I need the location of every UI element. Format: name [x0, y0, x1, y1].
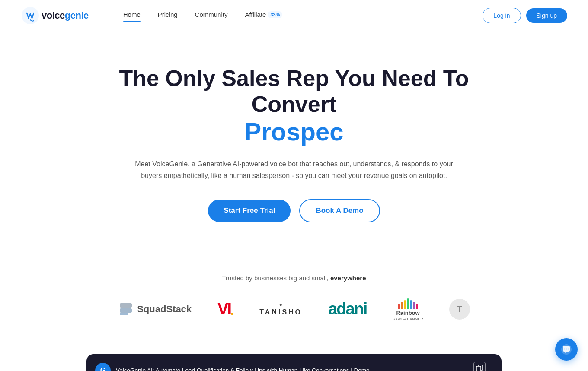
copy-link-button[interactable]: Copy link: [467, 360, 493, 371]
signup-button[interactable]: Sign up: [526, 8, 567, 23]
circle-t-icon: T: [449, 299, 470, 320]
logo[interactable]: voicegenie: [21, 6, 89, 25]
video-title-text: VoiceGenie AI: Automate Lead Qualificati…: [116, 367, 461, 371]
squadstack-logo: SquadStack: [118, 299, 192, 320]
nav-actions: Log in Sign up: [483, 8, 567, 23]
rainbow-fan: [398, 297, 418, 309]
trusted-section: Trusted by businesses big and small, eve…: [0, 274, 588, 346]
adani-text: adani: [328, 300, 367, 318]
svg-rect-2: [120, 308, 132, 313]
svg-point-0: [22, 7, 39, 24]
copy-icon: [473, 362, 486, 371]
hero-section: The Only Sales Rep You Need To Convert P…: [78, 31, 510, 274]
adani-logo: adani: [328, 299, 367, 320]
navbar: voicegenie Home Pricing Community Affili…: [0, 0, 588, 31]
trusted-text: Trusted by businesses big and small, eve…: [17, 274, 571, 282]
video-section: G VoiceGenie AI: Automate Lead Qualifica…: [0, 346, 588, 371]
svg-point-7: [566, 349, 567, 349]
squadstack-name: SquadStack: [137, 304, 192, 315]
logos-row: SquadStack VI● ✦ TANISHO adani: [17, 299, 571, 320]
login-button[interactable]: Log in: [483, 8, 521, 23]
affiliate-badge: 33%: [268, 11, 282, 18]
tanishq-symbol: ✦: [278, 302, 284, 308]
hero-buttons: Start Free Trial Book A Demo: [95, 199, 493, 222]
rainbow-logo: Rainbow SIGN & BANNER: [393, 299, 423, 320]
svg-point-6: [564, 349, 565, 349]
video-bar: G VoiceGenie AI: Automate Lead Qualifica…: [86, 354, 502, 371]
logo-text: voicegenie: [42, 10, 89, 21]
rainbow-subtext: SIGN & BANNER: [393, 317, 423, 321]
nav-pricing[interactable]: Pricing: [158, 11, 178, 20]
logo-icon: [21, 6, 40, 25]
nav-affiliate[interactable]: Affiliate 33%: [245, 11, 282, 20]
svg-point-8: [568, 349, 569, 349]
nav-community[interactable]: Community: [195, 11, 228, 20]
book-demo-button[interactable]: Book A Demo: [299, 199, 380, 222]
rainbow-text: Rainbow: [396, 310, 419, 316]
vi-text: VI: [217, 300, 230, 318]
copy-svg-icon: [476, 365, 483, 371]
chat-bubble-icon: [561, 344, 572, 355]
svg-rect-4: [476, 366, 481, 371]
squadstack-icon: [118, 301, 134, 317]
circle-t-logo: T: [449, 299, 470, 320]
chat-bubble-button[interactable]: [555, 338, 578, 361]
svg-rect-1: [120, 303, 132, 308]
vi-logo: VI●: [217, 299, 233, 320]
tanishq-text: TANISHO: [259, 308, 302, 316]
vi-dot: ●: [230, 311, 233, 317]
nav-links: Home Pricing Community Affiliate 33%: [123, 11, 483, 20]
hero-description: Meet VoiceGenie, a Generative AI-powered…: [130, 158, 458, 181]
video-g-icon: G: [95, 363, 111, 371]
nav-home[interactable]: Home: [123, 11, 141, 20]
start-trial-button[interactable]: Start Free Trial: [208, 200, 291, 222]
video-container: G VoiceGenie AI: Automate Lead Qualifica…: [86, 354, 502, 371]
hero-title: The Only Sales Rep You Need To Convert P…: [95, 66, 493, 146]
tanishq-logo: ✦ TANISHO: [259, 299, 302, 320]
hero-subtitle: Prospec: [95, 117, 493, 146]
svg-rect-3: [120, 313, 128, 315]
